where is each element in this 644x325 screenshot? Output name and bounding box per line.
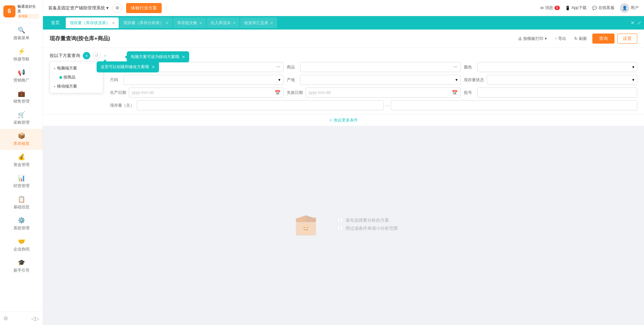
service-icon: 💬 [592,6,597,10]
stock-qty-to-input[interactable] [391,100,638,110]
product-dots-icon: ••• [453,65,458,69]
collapse-bar[interactable]: ∧ 收起更多条件 [43,114,644,126]
avatar: 👤 [620,3,629,13]
sidebar-item-资金管理[interactable]: 💰 资金管理 [0,150,43,171]
tab-1[interactable]: 现存量（库存状况表） ✕ [66,17,119,28]
nav-label: 系统管理 [13,225,30,231]
print-icon: 🖨 [518,36,522,41]
tree-label-desktop: 电脑端方案 [57,65,99,71]
sidebar-item-营销推广[interactable]: 📢 营销推广 [0,65,43,87]
tab-close-4[interactable]: ✕ [233,21,235,25]
sidebar-item-系统管理[interactable]: ⚙️ 系统管理 [0,213,43,234]
filter-reset-button[interactable]: ↺ [93,52,100,59]
print-button[interactable]: 🖨 按模板打印 ▾ [515,35,549,43]
logo-badge: 标准版 [17,14,39,19]
main-area: 装备及固定资产辅助管理系统 ▾ ⚙ 体验行业方案 ✉ 消息 9 📱 App下载 … [43,0,644,325]
tree-item-desktop-active[interactable]: 按商品 [50,73,103,82]
origin-label: 产地 [287,77,298,83]
sidebar-item-基础信息[interactable]: 📋 基础信息 [0,192,43,213]
filter-cell-prod-date: 生产日期 yyyy-mm-dd 📅 [110,88,283,98]
settings-button[interactable]: 设置 [617,34,637,44]
sidebar-item-经营管理[interactable]: 📊 经营管理 [0,171,43,192]
settings-icon[interactable]: ⚙ [3,315,8,322]
tab-label-3: 库存批次账 [177,20,197,26]
sidebar-item-新手引导[interactable]: 🎓 新手引导 [0,256,43,277]
sidebar-item-搜索菜单[interactable]: 🔍 搜索菜单 [0,23,43,44]
user-action[interactable]: 👤 用户 [620,3,639,13]
nav-label: 营销推广 [13,77,30,83]
logo-name: 畅通道好生意 [17,4,39,14]
tab-label-home: 首页 [51,20,60,26]
tree-section-desktop[interactable]: ▸ 电脑端方案 [50,64,103,73]
export-icon: ↑ [555,36,557,41]
empty-step-2: 2 用过滤条件来缩小分析范围 [337,225,398,231]
sidebar-item-采购管理[interactable]: 🛒 采购管理 [0,108,43,129]
sidebar: 6 畅通道好生意 标准版 🔍 搜索菜单⚡ 快捷导航📢 营销推广💼 销售管理🛒 采… [0,0,43,325]
nav-icon: 💰 [18,153,25,161]
tab-3[interactable]: 库存批次账 ✕ [173,17,206,28]
tree-section-mobile[interactable]: ▸ 移动端方案 [50,82,103,91]
online-service-label: 在线客服 [598,5,614,11]
range-separator: — [385,103,389,108]
batch-input[interactable] [477,88,637,98]
tab-label-1: 现存量（库存状况表） [70,20,110,26]
expire-date-input[interactable]: yyyy-mm-dd 📅 [306,88,460,98]
sidebar-item-企业协同[interactable]: 🤝 企业协同 [0,234,43,256]
tab-0[interactable]: 首页 [46,17,65,28]
nav-label: 新手引导 [13,268,30,273]
prod-date-input[interactable]: yyyy-mm-dd 📅 [129,88,283,98]
tab-2[interactable]: 现存量（库存分布表） ✕ [119,17,172,28]
product-select[interactable]: ••• [300,62,460,72]
tab-4[interactable]: 出入库流水 ✕ [207,17,239,28]
online-service-action[interactable]: 💬 在线客服 [592,5,614,11]
tooltip-text-1: 电脑方案可设为移动方案哦 [131,54,179,60]
origin-chevron-icon [455,77,458,82]
refresh-button[interactable]: ↻ 刷新 [572,35,590,43]
size-select[interactable] [123,75,283,85]
system-chevron-icon: ▾ [106,5,109,10]
stock-qty-from-input[interactable] [137,100,384,110]
tab-5[interactable]: 收发存汇总表 ✕ [240,17,277,28]
filter-cell-product: 商品 ••• [287,62,460,72]
tooltip-scheme-mobile: 电脑方案可设为移动方案哦 ✕ [127,51,189,62]
expire-date-placeholder: yyyy-mm-dd [309,90,330,95]
sidebar-item-销售管理[interactable]: 💼 销售管理 [0,87,43,108]
app-download-action[interactable]: 📱 App下载 [565,5,587,11]
nav-icon: 🤝 [18,238,25,245]
prod-date-label: 生产日期 [110,90,126,96]
size-label: 尺码 [110,77,121,83]
sidebar-item-库存核算[interactable]: 📦 库存核算 [0,129,43,150]
filter-arrow-left-icon[interactable]: ← [103,53,108,58]
tab-expand-icon[interactable]: ⤢ [637,20,641,25]
tab-close-1[interactable]: ✕ [112,21,115,25]
stock-status-select[interactable] [487,75,637,85]
nav-label: 基础信息 [13,204,30,210]
tooltip-close-1[interactable]: ✕ [182,55,185,59]
system-select[interactable]: 装备及固定资产辅助管理系统 ▾ [48,5,109,11]
tab-close-all-icon[interactable]: ✕ [631,20,635,25]
industry-button[interactable]: 体验行业方案 [126,3,162,13]
tab-label-4: 出入库流水 [211,20,231,26]
query-button[interactable]: 查询 [592,34,614,44]
gear-button[interactable]: ⚙ [113,3,122,13]
filter-cell-stock-status: 现存量状态 [464,75,637,85]
logo-icon: 6 [3,5,15,17]
color-select[interactable] [477,62,637,72]
origin-select[interactable] [300,75,460,85]
tab-close-5[interactable]: ✕ [270,21,273,25]
topbar: 装备及固定资产辅助管理系统 ▾ ⚙ 体验行业方案 ✉ 消息 9 📱 App下载 … [43,0,644,16]
tree-label-mobile: 移动端方案 [57,84,99,89]
export-button[interactable]: ↑ 导出 [552,35,569,43]
empty-state: ? 1 请先选择要分析的方案 2 用过滤条件来缩小分析范围 [43,126,644,325]
collapse-sidebar-icon[interactable]: ◁▷ [31,315,39,322]
filter-add-button[interactable]: + [83,52,90,59]
system-name: 装备及固定资产辅助管理系统 [48,5,105,11]
empty-step-2-text: 用过滤条件来缩小分析范围 [345,225,398,231]
sidebar-item-快捷导航[interactable]: ⚡ 快捷导航 [0,44,43,65]
filter-cell-batch: 批号 [464,88,637,98]
message-action[interactable]: ✉ 消息 9 [540,5,560,11]
tooltip-close-2[interactable]: ✕ [152,65,155,69]
tab-close-2[interactable]: ✕ [166,21,168,25]
tab-close-3[interactable]: ✕ [199,21,202,25]
page-content: 现存量查询(按仓库+商品) 🖨 按模板打印 ▾ ↑ 导出 ↻ 刷新 查询 设置 [43,30,644,325]
